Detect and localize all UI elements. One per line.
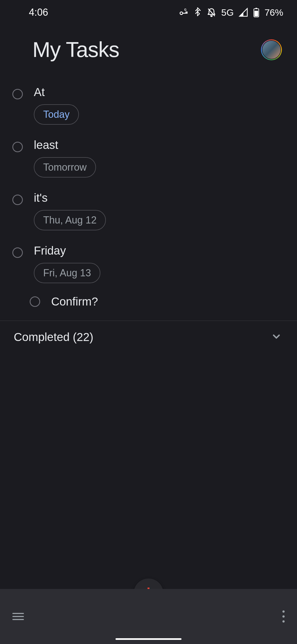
completed-section[interactable]: Completed (22) bbox=[0, 321, 297, 353]
task-item[interactable]: At Today bbox=[0, 79, 297, 132]
svg-rect-4 bbox=[255, 8, 257, 9]
task-checkbox[interactable] bbox=[12, 142, 23, 152]
battery-icon bbox=[253, 7, 260, 17]
task-list: At Today least Tomorrow it's Thu, Aug 12… bbox=[0, 70, 297, 316]
task-content: it's Thu, Aug 12 bbox=[34, 191, 282, 230]
account-avatar[interactable] bbox=[261, 39, 282, 60]
task-checkbox[interactable] bbox=[12, 195, 23, 205]
task-item[interactable]: least Tomorrow bbox=[0, 132, 297, 184]
bottom-app-bar bbox=[0, 589, 297, 644]
svg-point-0 bbox=[180, 12, 183, 15]
task-checkbox[interactable] bbox=[12, 247, 23, 258]
chevron-down-icon bbox=[271, 331, 282, 343]
task-title: At bbox=[34, 86, 282, 99]
header: My Tasks bbox=[0, 25, 297, 70]
more-vert-icon[interactable] bbox=[282, 610, 285, 623]
completed-label: Completed (22) bbox=[14, 331, 93, 344]
svg-text:G: G bbox=[184, 8, 186, 11]
task-date-chip[interactable]: Tomorrow bbox=[34, 157, 96, 178]
status-bar: 4:06 G 5G 76% bbox=[0, 0, 297, 25]
task-content: At Today bbox=[34, 86, 282, 125]
subtask-checkbox[interactable] bbox=[30, 296, 40, 307]
page-title: My Tasks bbox=[32, 37, 119, 62]
task-title: it's bbox=[34, 191, 282, 204]
dnd-icon bbox=[207, 7, 216, 17]
task-title: Friday bbox=[34, 244, 282, 257]
signal-icon bbox=[239, 8, 248, 17]
vpn-key-icon: G bbox=[178, 7, 188, 17]
subtask-title: Confirm? bbox=[51, 295, 98, 308]
status-time: 4:06 bbox=[29, 7, 48, 18]
avatar-image bbox=[262, 40, 281, 59]
menu-icon[interactable] bbox=[12, 613, 24, 620]
task-content: least Tomorrow bbox=[34, 138, 282, 178]
home-indicator[interactable] bbox=[116, 638, 182, 640]
task-item[interactable]: Friday Fri, Aug 13 bbox=[0, 237, 297, 290]
bluetooth-icon bbox=[193, 7, 202, 17]
network-label: 5G bbox=[221, 7, 234, 18]
task-date-chip[interactable]: Today bbox=[34, 104, 79, 125]
task-content: Friday Fri, Aug 13 bbox=[34, 244, 282, 283]
battery-percent: 76% bbox=[265, 7, 283, 18]
task-checkbox[interactable] bbox=[12, 89, 23, 99]
svg-point-2 bbox=[200, 10, 201, 11]
task-date-chip[interactable]: Fri, Aug 13 bbox=[34, 263, 100, 283]
task-date-chip[interactable]: Thu, Aug 12 bbox=[34, 210, 106, 230]
subtask-item[interactable]: Confirm? bbox=[0, 290, 297, 316]
status-right: G 5G 76% bbox=[178, 7, 283, 18]
task-item[interactable]: it's Thu, Aug 12 bbox=[0, 184, 297, 237]
task-title: least bbox=[34, 138, 282, 152]
svg-rect-5 bbox=[254, 11, 258, 16]
